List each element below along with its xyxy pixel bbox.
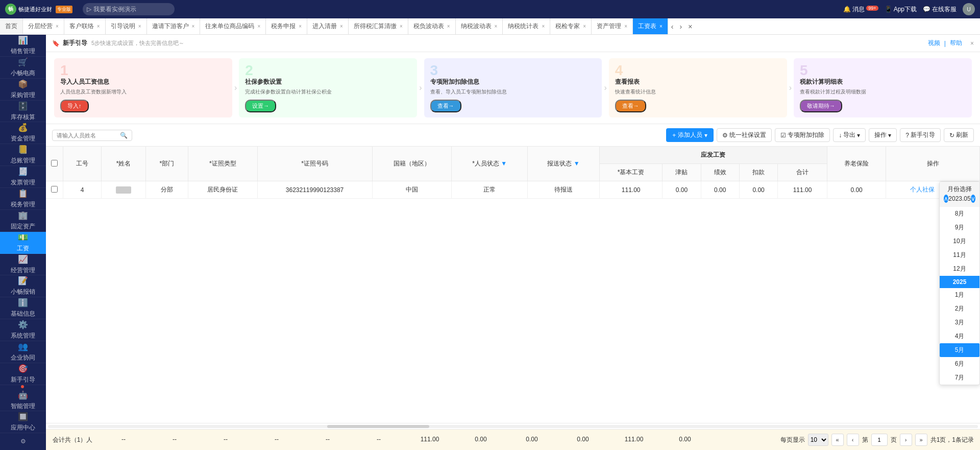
row-checkbox[interactable] <box>51 186 58 193</box>
tab-home[interactable]: 首页 <box>0 18 23 34</box>
horizontal-scrollbar[interactable] <box>46 423 980 429</box>
new-guide-btn[interactable]: ? 新手引导 <box>900 128 941 142</box>
sidebar-item-basic[interactable]: ℹ️ 基础信息 <box>0 297 46 319</box>
app-download-btn[interactable]: 📱 App下载 <box>885 5 917 14</box>
month-item-1[interactable]: 1月 <box>940 288 979 302</box>
month-item-3[interactable]: 3月 <box>940 316 979 329</box>
filter-icon[interactable]: ▼ <box>501 160 507 167</box>
tab-wanglai[interactable]: 往来单位商品编码 × <box>200 18 266 34</box>
tab-close-icon[interactable]: × <box>400 23 403 29</box>
month-item-4[interactable]: 4月 <box>940 329 979 343</box>
sidebar-item-sales[interactable]: 📊 销售管理 <box>0 35 46 57</box>
month-item-12[interactable]: 12月 <box>940 262 979 276</box>
month-item-9[interactable]: 9月 <box>940 221 979 234</box>
select-all-checkbox[interactable] <box>51 160 58 167</box>
search-input[interactable] <box>57 132 118 138</box>
tab-close-icon[interactable]: × <box>583 23 586 29</box>
sidebar-item-invoice[interactable]: 🧾 发票管理 <box>0 166 46 188</box>
scroll-thumb[interactable] <box>327 425 429 428</box>
refresh-btn[interactable]: ↻ 刷新 <box>944 128 974 142</box>
step-3-btn[interactable]: 查看→ <box>430 100 461 112</box>
unified-settings-btn[interactable]: ⚙ 统一社保设置 <box>717 128 772 142</box>
tab-close-icon[interactable]: × <box>659 23 663 29</box>
sidebar-item-app-center[interactable]: 🔲 应用中心 <box>0 411 46 433</box>
sidebar-item-finance[interactable]: 💰 资金管理 <box>0 122 46 144</box>
tab-shuijian[interactable]: 税检专家 × <box>550 18 592 34</box>
sidebar-item-inventory[interactable]: 🗄️ 库存核算 <box>0 101 46 123</box>
tab-close-icon[interactable]: × <box>542 23 545 29</box>
step-4-btn[interactable]: 查看→ <box>615 100 646 112</box>
tab-close-icon[interactable]: × <box>624 23 627 29</box>
tab-close-icon[interactable]: × <box>97 23 100 29</box>
sidebar-settings-btn[interactable]: ⚙ <box>0 433 46 450</box>
tab-shuifu[interactable]: 税负波动表 × <box>408 18 456 34</box>
sidebar-item-ecommerce[interactable]: 🛒 小畅电商 <box>0 57 46 79</box>
month-item-10[interactable]: 10月 <box>940 234 979 248</box>
sidebar-item-system[interactable]: ⚙️ 系统管理 <box>0 319 46 341</box>
tab-close-icon[interactable]: × <box>447 23 450 29</box>
page-size-select[interactable]: 10 20 50 <box>808 434 828 446</box>
tab-close-icon[interactable]: × <box>138 23 141 29</box>
add-person-btn[interactable]: + 添加人员 ▾ <box>666 128 714 142</box>
tab-next-btn[interactable]: › <box>676 22 685 31</box>
month-item-7[interactable]: 7月 <box>940 371 979 385</box>
month-item-8[interactable]: 8月 <box>940 207 979 221</box>
sidebar-item-tax[interactable]: 📋 税务管理 <box>0 188 46 210</box>
sidebar-item-purchase[interactable]: 📦 采购管理 <box>0 79 46 101</box>
tab-gongzi[interactable]: 工资表 × <box>633 18 668 34</box>
social-insurance-link[interactable]: 个人社保 <box>910 186 935 193</box>
sidebar-item-management[interactable]: 📈 经营管理 <box>0 254 46 276</box>
video-btn[interactable]: 视频 <box>928 39 940 48</box>
tab-yaoqing[interactable]: 邀请下游客户 × <box>147 18 201 34</box>
sidebar-item-guide[interactable]: 🎯 新手引导 <box>0 363 46 385</box>
tab-shuiwu[interactable]: 税务申报 × <box>266 18 307 34</box>
addon-btn[interactable]: ☑ 专项附加扣除 <box>775 128 830 142</box>
help-btn[interactable]: 帮助 <box>950 39 962 48</box>
step-2-btn[interactable]: 设置→ <box>245 100 276 112</box>
tab-close-icon[interactable]: × <box>299 23 302 29</box>
tab-naji[interactable]: 纳税统计表 × <box>503 18 550 34</box>
tab-suodeshui[interactable]: 所得税汇算清缴 × <box>349 18 408 34</box>
page-first-btn[interactable]: « <box>831 434 844 446</box>
tab-close-all-btn[interactable]: × <box>685 22 695 31</box>
tab-yindao[interactable]: 引导说明 × <box>106 18 147 34</box>
tab-prev-btn[interactable]: ‹ <box>668 22 677 31</box>
operate-btn[interactable]: 操作 ▾ <box>869 128 897 142</box>
sidebar-item-collab[interactable]: 👥 企业协同 <box>0 341 46 363</box>
tab-zichan[interactable]: 资产管理 × <box>592 18 633 34</box>
step-5-btn[interactable]: 敬请期待→ <box>800 100 842 112</box>
tab-close-icon[interactable]: × <box>257 23 260 29</box>
tab-close-icon[interactable]: × <box>340 23 343 29</box>
message-btn[interactable]: 🔔 消息 99+ <box>843 5 878 14</box>
tab-close-icon[interactable]: × <box>192 23 195 29</box>
month-item-5[interactable]: 5月 <box>940 343 979 357</box>
tab-close-icon[interactable]: × <box>56 23 59 29</box>
export-btn[interactable]: ↓ 导出 ▾ <box>833 128 866 142</box>
sidebar-item-ledger[interactable]: 📒 总账管理 <box>0 144 46 166</box>
month-item-11[interactable]: 11月 <box>940 248 979 262</box>
month-item-6[interactable]: 6月 <box>940 357 979 371</box>
guide-close-btn[interactable]: × <box>970 40 974 47</box>
page-prev-btn[interactable]: ‹ <box>847 434 859 446</box>
month-nav-down-btn[interactable]: ∨ <box>971 195 975 203</box>
sidebar-item-ai[interactable]: 🤖 智能管理 <box>0 385 46 411</box>
demo-search[interactable]: ▷ 我要看实例演示 <box>83 3 175 15</box>
tab-qingce[interactable]: 进入清册 × <box>307 18 349 34</box>
tab-fenggceng[interactable]: 分层经营 × <box>23 18 64 34</box>
user-avatar[interactable]: U <box>963 3 975 15</box>
page-next-btn[interactable]: › <box>900 434 912 446</box>
sidebar-item-assets[interactable]: 🏢 固定资产 <box>0 210 46 232</box>
step-1-btn[interactable]: 导入↑ <box>60 100 89 112</box>
sidebar-item-payroll[interactable]: 💵 工资 <box>0 232 46 254</box>
filter-icon[interactable]: ▼ <box>574 160 580 167</box>
sidebar-item-expense[interactable]: 📝 小畅报销 <box>0 275 46 297</box>
tab-kehu[interactable]: 客户联络 × <box>64 18 106 34</box>
online-service-btn[interactable]: 💬 在线客服 <box>923 5 957 14</box>
page-input[interactable] <box>871 434 888 446</box>
page-last-btn[interactable]: » <box>915 434 927 446</box>
tab-close-icon[interactable]: × <box>495 23 498 29</box>
tab-납세[interactable]: 纳税波动表 × <box>456 18 503 34</box>
search-icon[interactable]: 🔍 <box>120 132 128 139</box>
month-item-2[interactable]: 2月 <box>940 302 979 316</box>
month-nav-up-btn[interactable]: ∧ <box>944 195 948 203</box>
